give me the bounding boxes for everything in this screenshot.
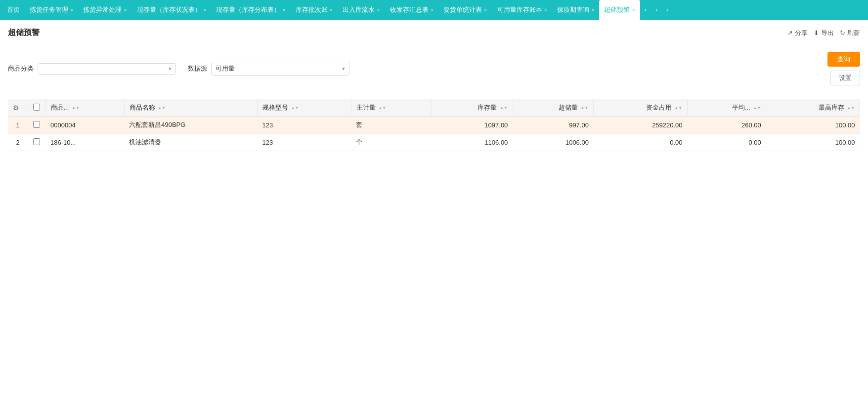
close-icon[interactable]: ×	[330, 7, 333, 13]
column-header-label: 最高库存	[819, 104, 844, 111]
sort-icon[interactable]: ▲▼	[378, 106, 386, 110]
sort-icon[interactable]: ▲▼	[674, 106, 682, 110]
sort-icon[interactable]: ▲▼	[847, 106, 855, 110]
table-row: 2 186-10... 机油滤清器 123 个 1106.00 1006.00 …	[8, 134, 860, 151]
sort-icon[interactable]: ▲▼	[158, 106, 166, 110]
nav-available-stock[interactable]: 可用量库存账本×	[492, 0, 552, 20]
nav-next-arrow[interactable]: ›	[651, 0, 662, 20]
column-header-label: 库存量	[477, 104, 497, 111]
column-header-label: 主计量	[356, 104, 376, 111]
avg-value: 0.00	[688, 134, 766, 151]
close-icon[interactable]: ×	[124, 7, 127, 13]
refresh-button[interactable]: ↻ 刷新	[840, 29, 860, 38]
close-icon[interactable]: ×	[544, 7, 547, 13]
chevron-down-icon: ▾	[169, 66, 172, 72]
column-header-label: 规格型号	[262, 104, 288, 111]
header-actions: ↗ 分享 ⬇ 导出 ↻ 刷新	[787, 29, 860, 38]
page-title: 超储预警	[8, 28, 40, 38]
sort-icon[interactable]: ▲▼	[753, 106, 761, 110]
nav-pick-abnormal[interactable]: 拣货异常处理×	[78, 0, 131, 20]
close-icon[interactable]: ×	[282, 7, 285, 13]
datasource-value: 可用量	[216, 64, 235, 73]
column-header-label: 商品...	[51, 104, 69, 111]
max-stock: 100.00	[766, 134, 860, 151]
stock-qty: 1106.00	[432, 134, 513, 151]
nav-prev-arrow[interactable]: ‹	[640, 0, 651, 20]
row-checkbox[interactable]	[33, 121, 40, 128]
column-product-code: 商品... ▲▼	[45, 99, 124, 117]
export-button[interactable]: ⬇ 导出	[814, 29, 834, 38]
nav-batch-account[interactable]: 库存批次账×	[291, 0, 338, 20]
nav-pick-task[interactable]: 拣货任务管理×	[25, 0, 78, 20]
sort-icon[interactable]: ▲▼	[500, 106, 508, 110]
column-checkbox[interactable]	[28, 99, 45, 117]
product-spec: 123	[258, 117, 351, 134]
product-spec: 123	[258, 134, 351, 151]
category-label: 商品分类	[8, 64, 34, 73]
page-content: 超储预警 ↗ 分享 ⬇ 导出 ↻ 刷新 商品分类 ▾ 数据源	[0, 20, 868, 395]
sort-icon[interactable]: ▲▼	[72, 106, 80, 110]
sort-icon[interactable]: ▲▼	[581, 106, 589, 110]
column-unit: 主计量 ▲▼	[351, 99, 432, 117]
datasource-label: 数据源	[188, 64, 207, 73]
product-unit: 个	[351, 134, 432, 151]
refresh-icon: ↻	[840, 29, 845, 37]
column-overflow: 超储量 ▲▼	[513, 99, 594, 117]
close-icon[interactable]: ×	[591, 7, 594, 13]
capital-amount: 0.00	[594, 134, 688, 151]
nav-home[interactable]: 首页	[2, 0, 25, 20]
gear-icon[interactable]: ⚙	[13, 104, 19, 112]
share-button[interactable]: ↗ 分享	[787, 29, 808, 38]
datasource-filter-group: 数据源 可用量 ▾	[188, 62, 349, 76]
nav-inventory-status[interactable]: 现存量（库存状况表）×	[132, 0, 211, 20]
close-icon[interactable]: ×	[431, 7, 434, 13]
table-body: 1 0000004 六配套新昌490BPG 123 套 1097.00 997.…	[8, 117, 860, 151]
column-header-label: 平均...	[732, 104, 750, 111]
row-checkbox[interactable]	[33, 138, 40, 145]
select-all-checkbox[interactable]	[33, 104, 40, 111]
product-unit: 套	[351, 117, 432, 134]
product-name: 机油滤清器	[124, 134, 257, 151]
settings-button[interactable]: 设置	[830, 71, 860, 85]
close-icon[interactable]: ×	[203, 7, 206, 13]
share-icon: ↗	[787, 29, 793, 37]
sort-icon[interactable]: ▲▼	[291, 106, 299, 110]
datasource-select[interactable]: 可用量 ▾	[211, 62, 349, 76]
export-icon: ⬇	[814, 29, 819, 37]
row-checkbox-cell[interactable]	[28, 117, 45, 134]
filter-area: 商品分类 ▾ 数据源 可用量 ▾ 查询 设置	[8, 46, 860, 91]
chevron-down-icon: ▾	[342, 66, 345, 72]
column-settings[interactable]: ⚙	[8, 99, 28, 117]
overflow-qty: 1006.00	[513, 134, 594, 151]
table-header-row: ⚙ 商品... ▲▼ 商品名称 ▲▼ 规格型号 ▲▼ 主计	[8, 99, 860, 117]
nav-summary[interactable]: 收发存汇总表×	[385, 0, 438, 20]
category-filter-group: 商品分类 ▾	[8, 63, 176, 75]
row-number: 2	[8, 134, 28, 151]
product-code: 0000004	[45, 117, 124, 134]
query-button[interactable]: 查询	[827, 52, 860, 67]
capital-amount: 259220.00	[594, 117, 688, 134]
nav-shelf-life[interactable]: 保质期查询×	[552, 0, 599, 20]
close-icon[interactable]: ×	[484, 7, 487, 13]
avg-value: 260.00	[688, 117, 766, 134]
close-icon[interactable]: ×	[377, 7, 380, 13]
column-product-name: 商品名称 ▲▼	[124, 99, 257, 117]
product-code: 186-10...	[45, 134, 124, 151]
category-select[interactable]: ▾	[38, 63, 176, 75]
nav-more-arrow[interactable]: ›	[662, 0, 673, 20]
row-checkbox-cell[interactable]	[28, 134, 45, 151]
column-max-stock: 最高库存 ▲▼	[766, 99, 860, 117]
column-spec: 规格型号 ▲▼	[258, 99, 351, 117]
column-avg: 平均... ▲▼	[688, 99, 766, 117]
nav-order-stats[interactable]: 要货单统计表×	[438, 0, 492, 20]
nav-inventory-dist[interactable]: 现存量（库存分布表）×	[211, 0, 290, 20]
overflow-qty: 997.00	[513, 117, 594, 134]
nav-overstock-alert[interactable]: 超储预警×	[599, 0, 640, 20]
nav-inout-flow[interactable]: 出入库流水×	[338, 0, 385, 20]
column-header-label: 商品名称	[130, 104, 155, 111]
table-row: 1 0000004 六配套新昌490BPG 123 套 1097.00 997.…	[8, 117, 860, 134]
close-icon[interactable]: ×	[632, 7, 635, 13]
column-header-label: 超储量	[559, 104, 578, 111]
close-icon[interactable]: ×	[70, 7, 73, 13]
table-header: ⚙ 商品... ▲▼ 商品名称 ▲▼ 规格型号 ▲▼ 主计	[8, 99, 860, 117]
